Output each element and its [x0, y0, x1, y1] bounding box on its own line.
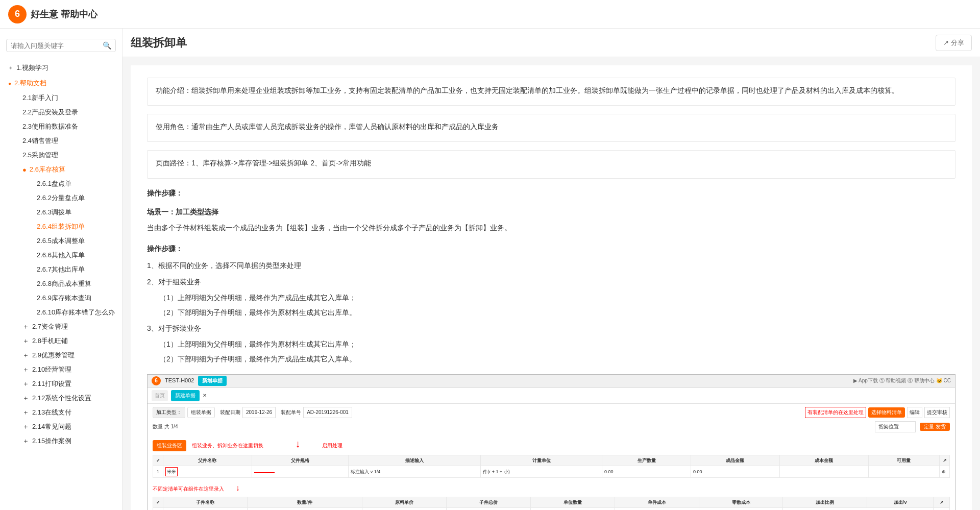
sidebar-item-2-10[interactable]: ＋ 2.10经营管理	[14, 362, 122, 377]
intro-block-2: 使用角色：通常由生产人员或库管人员完成拆装业务的操作，库管人员确认原材料的出库和…	[147, 114, 955, 142]
mock-lth-qty-per: 数量/件	[247, 497, 362, 507]
intro-block-1: 功能介绍：组装拆卸单用来处理企业组装或拆卸等加工业务，支持有固定装配清单的产品加…	[147, 78, 955, 106]
sidebar-item-2-6-7[interactable]: 2.6.7其他出库单	[29, 262, 122, 277]
mock-upper-header-row: ✓ 父件名称 父件规格 描述输入 计量单位 生产数量 成品金额 成本金额 可用量	[153, 455, 950, 466]
sidebar-item-2-14[interactable]: ＋ 2.14常见问题	[14, 420, 122, 434]
sidebar-item-2-6[interactable]: ● 2.6库存核算	[14, 162, 122, 177]
mock-lth-ratio: 加出比例	[783, 497, 867, 507]
mock-td-1-qty: 0.00	[602, 466, 691, 477]
sidebar-item-2-11[interactable]: ＋ 2.11打印设置	[14, 377, 122, 391]
mock-lth-name: 子件名称	[163, 497, 248, 507]
sidebar-item-2-6-9[interactable]: 2.6.9库存账本查询	[29, 291, 122, 305]
nav-label-2-6-5: 2.6.5成本调整单	[37, 236, 85, 246]
sidebar-item-2-6-1[interactable]: 2.6.1盘点单	[29, 177, 122, 191]
sidebar-item-2-15[interactable]: ＋ 2.15操作案例	[14, 434, 122, 448]
nav-label-2-5: 2.5采购管理	[22, 151, 58, 160]
nav-sub-section: 2.1新手入门 2.2产品安装及登录 2.3使用前数据准备 2.4销售管理 2.…	[0, 91, 122, 448]
sidebar-item-2-7[interactable]: ＋ 2.7资金管理	[14, 320, 122, 334]
nav-label-2-6-2: 2.6.2分量盘点单	[37, 193, 85, 203]
share-icon: ↗	[943, 39, 949, 46]
sidebar-item-2-6-3[interactable]: 2.6.3调拨单	[29, 205, 122, 220]
mock-order-label: 装配单号	[281, 408, 301, 417]
sidebar-item-2-6-6[interactable]: 2.6.6其他入库单	[29, 248, 122, 262]
sidebar-item-2-6-5[interactable]: 2.6.5成本调整单	[29, 234, 122, 248]
nav-label-2-11: 2.11打印设置	[32, 379, 71, 388]
mock-th-parent-name: 父件名称	[163, 455, 252, 466]
page-title: 组装拆卸单	[131, 35, 187, 51]
plus-2-7: ＋	[22, 322, 29, 331]
sidebar-item-2-12[interactable]: ＋ 2.12系统个性化设置	[14, 391, 122, 405]
mock-td-1-unit: 件(r + 1 + 小)	[481, 466, 602, 477]
mock-lower-table: ✓ 子件名称 数量/件 原料单价 子件总价 单位数量 单件成本 零散成本 加出比	[153, 497, 950, 510]
mock-lth-unit-price: 原料单价	[362, 497, 447, 507]
mock-red-box-name: 米米	[165, 467, 178, 476]
nav-label-2-6-3: 2.6.3调拨单	[37, 208, 71, 217]
mock-type-value: 组装单据	[187, 407, 215, 418]
mock-ltd-1-price: 30.00	[362, 507, 447, 510]
logo-icon: 6	[8, 5, 27, 23]
logo-text: 好生意 帮助中心	[31, 8, 97, 20]
nav-label-2-6-1: 2.6.1盘点单	[37, 179, 71, 188]
sidebar-item-2-3[interactable]: 2.3使用前数据准备	[14, 119, 122, 134]
nav-label-2-6-8: 2.6.8商品成本重算	[37, 279, 91, 288]
mock-lth-addout: 加出/V	[867, 497, 934, 507]
mock-td-1-desc: 标注输入 v 1/4	[349, 466, 481, 477]
sidebar-item-2-6-8[interactable]: 2.6.8商品成本重算	[29, 277, 122, 291]
mock-ltd-1-action: ⊕	[934, 507, 950, 510]
nav-label-2-2: 2.2产品安装及登录	[22, 108, 78, 117]
nav-label-2-12: 2.12系统个性化设置	[32, 394, 91, 403]
nav-label-2-8: 2.8手机旺铺	[32, 336, 68, 346]
article: 功能介绍：组装拆卸单用来处理企业组装或拆卸等加工业务，支持有固定装配清单的产品加…	[147, 78, 955, 510]
mock-td-1-action: ⊕	[940, 466, 950, 477]
plus-2-11: ＋	[22, 379, 29, 388]
mock-lower-row-1: 1 零件 1 件(r + 1 + 小) 30.00 0.00 0.00 ⊕ 例	[153, 507, 950, 510]
sidebar-item-2[interactable]: ● 2.帮助文档	[0, 76, 122, 91]
sidebar-item-2-1[interactable]: 2.1新手入门	[14, 91, 122, 105]
header: 6 好生意 帮助中心	[0, 0, 980, 29]
nav-label-1: 1.视频学习	[16, 63, 48, 72]
mock-lower-thead: ✓ 子件名称 数量/件 原料单价 子件总价 单位数量 单件成本 零散成本 加出比	[153, 497, 950, 507]
mock-td-1-cost	[779, 466, 868, 477]
mock-form: 加工类型： 组装单据 装配日期 2019-12-26 装配单号 AD-20191…	[148, 404, 955, 510]
mock-lth-unit-qty: 单位数量	[530, 497, 615, 507]
search-box: 🔍	[0, 35, 122, 56]
intro-text-2: 使用角色：通常由生产人员或库管人员完成拆装业务的操作，库管人员确认原材料的出库和…	[156, 120, 947, 133]
mock-arrow3: ↓	[296, 438, 301, 449]
mock-type-label: 加工类型：	[153, 407, 185, 418]
search-input[interactable]	[11, 42, 103, 50]
sidebar-item-2-2[interactable]: 2.2产品安装及登录	[14, 105, 122, 119]
path-text: 页面路径：1、库存核算->库存管理->组装拆卸单 2、首页->常用功能	[156, 157, 947, 169]
scene1-desc: 当由多个子件材料组装成一个成品的业务为【组装】业务，当由一个父件拆分成多个子产品…	[147, 222, 955, 234]
intro-text-1: 功能介绍：组装拆卸单用来处理企业组装或拆卸等加工业务，支持有固定装配清单的产品加…	[156, 84, 947, 97]
page-title-bar: 组装拆卸单 ↗ 分享	[122, 29, 980, 57]
sidebar-item-2-4[interactable]: 2.4销售管理	[14, 134, 122, 148]
sidebar-item-1[interactable]: ＋ 1.视频学习	[0, 60, 122, 76]
sidebar-item-2-13[interactable]: ＋ 2.13在线支付	[14, 405, 122, 420]
mock-form-row2: 数量 共 1/4 货架位置 定量 发货	[153, 421, 950, 432]
nav-subsub: 2.6.1盘点单 2.6.2分量盘点单 2.6.3调拨单 2.6.4组装拆卸单 …	[14, 177, 122, 320]
sidebar-item-2-8[interactable]: ＋ 2.8手机旺铺	[14, 334, 122, 348]
sidebar-item-2-6-4[interactable]: 2.6.4组装拆卸单	[29, 220, 122, 234]
nav-label-2-9: 2.9优惠券管理	[32, 351, 75, 360]
nav-label-2-4: 2.4销售管理	[22, 136, 58, 145]
screenshot-container: 6 TEST-H002 新增单据 ▶ App下载 ① 帮助视频 ④ 帮助中心 🐱…	[147, 374, 955, 510]
nav-label-2-13: 2.13在线支付	[32, 408, 71, 417]
mock-upper-tbody: 1 米米 标注输入 v 1/4 件(r + 1 + 小)	[153, 466, 950, 477]
nav-label-2-6-4: 2.6.4组装拆卸单	[37, 222, 85, 231]
share-button[interactable]: ↗ 分享	[936, 35, 972, 51]
sidebar-item-2-6-10[interactable]: 2.6.10库存账本错了怎么办	[29, 305, 122, 320]
mock-assembly-section: 组装业务区 组装业务、拆卸业务在这里切换 ↓ 启用处理	[153, 434, 950, 453]
sidebar-item-2-5[interactable]: 2.5采购管理	[14, 148, 122, 162]
mock-search-input: 货架位置	[875, 421, 916, 432]
mock-screen: 6 TEST-H002 新增单据 ▶ App下载 ① 帮助视频 ④ 帮助中心 🐱…	[148, 375, 955, 510]
mock-lth-total: 子件总价	[447, 497, 531, 507]
mock-ltd-1-on: On	[783, 507, 934, 510]
sidebar-item-2-9[interactable]: ＋ 2.9优惠券管理	[14, 348, 122, 362]
sidebar-item-2-6-2[interactable]: 2.6.2分量盘点单	[29, 191, 122, 205]
main-content: 组装拆卸单 ↗ 分享 功能介绍：组装拆卸单用来处理企业组装或拆卸等加工业务，支持…	[122, 29, 980, 510]
share-label: 分享	[951, 38, 964, 47]
search-icon[interactable]: 🔍	[103, 41, 111, 50]
mock-topbar-right: ▶ App下载 ① 帮助视频 ④ 帮助中心 🐱 CC	[853, 376, 951, 385]
search-wrap[interactable]: 🔍	[6, 39, 116, 52]
mock-th-available: 可用量	[868, 455, 939, 466]
